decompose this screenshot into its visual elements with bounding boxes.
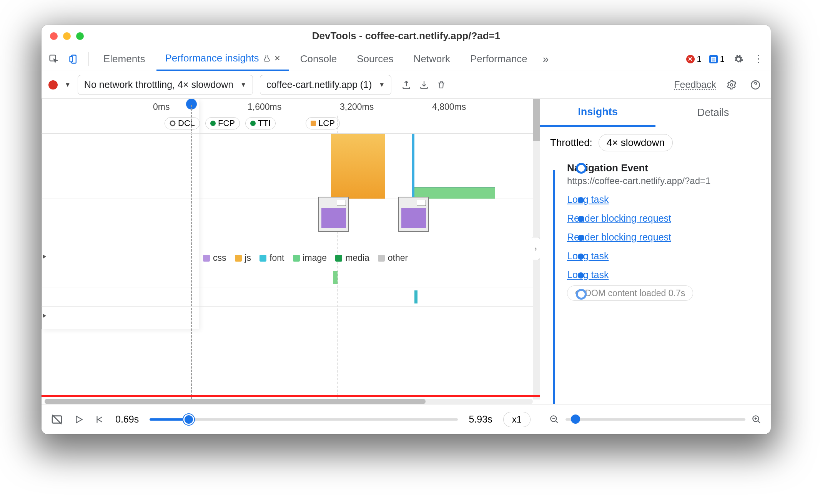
timeline-ruler[interactable]: 0ms 1,600ms 3,200ms 4,800ms DCL FCP TTI … — [42, 99, 540, 133]
legend-js: js — [235, 253, 251, 263]
throttled-row: Throttled: 4× slowdown — [540, 127, 771, 158]
network-legend-track: css js font image media other — [42, 245, 534, 268]
legend-other: other — [378, 253, 408, 263]
zoom-bar — [540, 404, 771, 434]
replay-start-time: 0.69s — [115, 414, 139, 425]
zoom-slider[interactable] — [566, 418, 745, 421]
tab-sources[interactable]: Sources — [348, 47, 402, 71]
svg-point-3 — [730, 83, 733, 86]
tab-details[interactable]: Details — [655, 99, 771, 127]
replay-speed[interactable]: x1 — [503, 412, 531, 427]
marker-lcp[interactable]: LCP — [306, 117, 340, 129]
replay-slider[interactable] — [150, 418, 458, 421]
device-toggle-icon[interactable] — [65, 51, 82, 68]
insight-item[interactable]: Render blocking request — [567, 209, 771, 228]
errors-badge[interactable]: ✕1 — [684, 54, 704, 64]
marker-fcp[interactable]: FCP — [205, 117, 240, 129]
tab-insights[interactable]: Insights — [540, 99, 655, 127]
insights-toolbar: ▼ No network throttling, 4× slowdown▼ co… — [42, 71, 771, 99]
expand-track-icon[interactable] — [42, 313, 48, 319]
insight-item[interactable]: Render blocking request — [567, 228, 771, 247]
throttled-pill[interactable]: 4× slowdown — [599, 134, 673, 151]
delete-icon[interactable] — [437, 80, 446, 90]
export-icon[interactable] — [401, 80, 411, 90]
kebab-menu-icon[interactable]: ⋮ — [750, 51, 767, 68]
legend-image: image — [293, 253, 327, 263]
legend-css: css — [203, 253, 226, 263]
zoom-in-icon[interactable] — [752, 414, 762, 424]
expand-track-icon[interactable] — [42, 254, 48, 260]
main-track[interactable] — [42, 133, 534, 199]
marker-dcl[interactable]: DCL — [165, 117, 200, 129]
window-title: DevTools - coffee-cart.netlify.app/?ad=1 — [42, 30, 771, 42]
insights-timeline-line — [553, 170, 555, 404]
insight-item[interactable]: Long task — [567, 247, 771, 265]
experiment-icon — [263, 55, 271, 62]
horizontal-scrollbar[interactable] — [45, 399, 533, 404]
more-tabs-icon[interactable]: » — [539, 53, 553, 65]
legend-media: media — [335, 253, 369, 263]
filmstrip-track[interactable] — [42, 199, 534, 245]
timeline-panel: 0ms 1,600ms 3,200ms 4,800ms DCL FCP TTI … — [42, 99, 540, 434]
disable-screenshots-icon[interactable] — [51, 413, 63, 426]
requests-track-2[interactable] — [42, 287, 534, 306]
collapse-sidebar-icon[interactable]: › — [532, 237, 540, 260]
tab-console[interactable]: Console — [292, 47, 345, 71]
insight-navigation[interactable]: Navigation Event https://coffee-cart.net… — [567, 158, 771, 190]
insights-panel: Insights Details Throttled: 4× slowdown … — [540, 99, 771, 434]
restart-icon[interactable] — [95, 414, 105, 424]
close-tab-icon[interactable]: × — [274, 52, 280, 64]
titlebar: DevTools - coffee-cart.netlify.app/?ad=1 — [42, 25, 771, 47]
messages-badge[interactable]: ▤1 — [707, 54, 727, 64]
svg-point-5 — [170, 121, 175, 126]
replay-end-time: 5.93s — [469, 414, 492, 425]
inspect-icon[interactable] — [45, 51, 62, 68]
screenshot-thumb[interactable] — [398, 197, 429, 232]
tab-performance-insights[interactable]: Performance insights × — [156, 47, 288, 71]
maximize-window[interactable] — [76, 32, 84, 40]
zoom-out-icon[interactable] — [549, 414, 559, 424]
play-icon[interactable] — [74, 414, 84, 424]
traffic-lights — [42, 32, 84, 40]
insight-dom-loaded[interactable]: ⟳ DOM content loaded 0.7s — [567, 284, 771, 302]
minimize-window[interactable] — [63, 32, 71, 40]
tab-network[interactable]: Network — [405, 47, 459, 71]
svg-rect-2 — [70, 56, 73, 62]
legend-font: font — [259, 253, 284, 263]
feedback-link[interactable]: Feedback — [674, 79, 716, 90]
tab-elements[interactable]: Elements — [95, 47, 153, 71]
requests-track-3[interactable] — [42, 306, 534, 325]
panel-settings-icon[interactable] — [723, 76, 740, 93]
throttling-select[interactable]: No network throttling, 4× slowdown▼ — [78, 75, 253, 95]
replay-bar: 0.69s 5.93s x1 — [42, 404, 540, 434]
screenshot-thumb[interactable] — [318, 197, 349, 232]
requests-track-1[interactable] — [42, 268, 534, 287]
record-button[interactable] — [48, 80, 58, 90]
settings-gear-icon[interactable] — [730, 51, 747, 68]
close-window[interactable] — [50, 32, 58, 40]
devtools-tabs: Elements Performance insights × Console … — [42, 47, 771, 71]
recording-select[interactable]: coffee-cart.netlify.app (1)▼ — [260, 75, 391, 95]
insight-item[interactable]: Long task — [567, 265, 771, 284]
record-options-caret[interactable]: ▼ — [65, 81, 71, 88]
devtools-window: DevTools - coffee-cart.netlify.app/?ad=1… — [42, 25, 771, 434]
tab-performance[interactable]: Performance — [462, 47, 536, 71]
help-icon[interactable] — [747, 76, 764, 93]
marker-tti[interactable]: TTI — [245, 117, 276, 129]
import-icon[interactable] — [419, 80, 429, 90]
insight-item[interactable]: Long task — [567, 190, 771, 209]
